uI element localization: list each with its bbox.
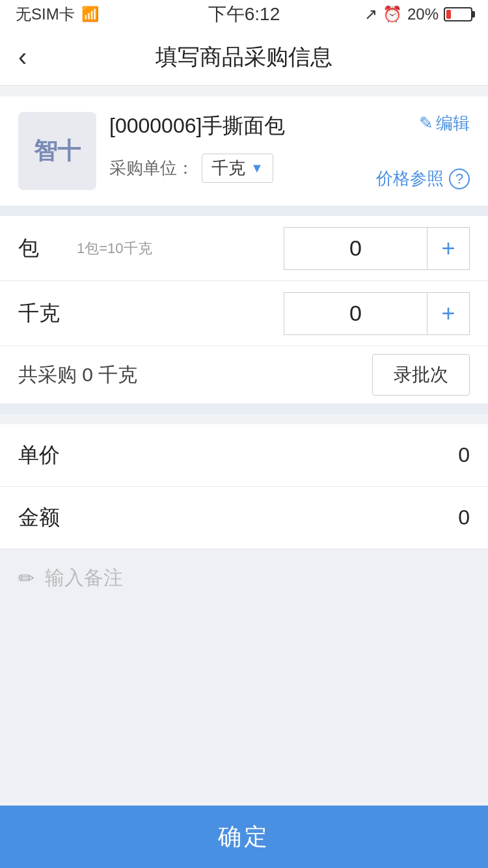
summary-text: 共采购 0 千克: [18, 362, 137, 388]
price-ref-button[interactable]: 价格参照 ?: [376, 167, 470, 190]
bag-label: 包: [18, 234, 70, 263]
back-button[interactable]: ‹: [18, 42, 27, 72]
remark-placeholder: 输入备注: [45, 565, 123, 591]
amount-row: 金额 0: [0, 487, 488, 549]
edit-label: 编辑: [436, 112, 470, 135]
unit-price-label: 单价: [18, 441, 60, 470]
status-left: 无SIM卡 📶: [16, 4, 99, 25]
summary-quantity: 0: [82, 364, 93, 385]
confirm-button[interactable]: 确定: [0, 806, 488, 868]
batch-button[interactable]: 录批次: [372, 354, 470, 396]
battery-percent: 20%: [407, 5, 439, 23]
unit-price-value: 0: [458, 443, 470, 467]
remark-section[interactable]: ✏ 输入备注: [0, 549, 488, 607]
price-info-section: 单价 0 金额 0: [0, 424, 488, 549]
divider-2: [0, 403, 488, 414]
kg-input-right: +: [284, 292, 470, 335]
nav-bar: ‹ 填写商品采购信息: [0, 29, 488, 86]
unit-price-row: 单价 0: [0, 424, 488, 487]
product-logo: 智十: [34, 135, 81, 167]
product-card: 智十 [0000006]手撕面包 采购单位： 千克 ▼ ✎ 编辑 价格参照 ?: [0, 96, 488, 206]
summary-prefix: 共采购: [18, 364, 77, 385]
unit-prefix-label: 采购单位：: [109, 157, 194, 180]
bag-input-row: 包 1包=10千克 +: [0, 216, 488, 281]
carrier-label: 无SIM卡: [16, 4, 75, 25]
bag-quantity-input[interactable]: [284, 227, 427, 270]
bag-plus-button[interactable]: +: [427, 227, 470, 270]
alarm-icon: ⏰: [383, 5, 402, 23]
unit-dropdown-arrow: ▼: [251, 161, 264, 176]
status-right: ↗ ⏰ 20%: [364, 5, 472, 23]
wifi-icon: 📶: [81, 6, 99, 23]
kg-input-row: 千克 +: [0, 281, 488, 346]
unit-selector[interactable]: 千克 ▼: [202, 154, 273, 183]
product-name: [0000006]手撕面包: [109, 112, 470, 141]
amount-value: 0: [458, 506, 470, 530]
bag-sublabel: 1包=10千克: [77, 239, 152, 258]
summary-unit: 千克: [98, 364, 137, 385]
unit-value: 千克: [211, 157, 245, 180]
help-icon: ?: [449, 169, 470, 189]
edit-button[interactable]: ✎ 编辑: [419, 112, 470, 135]
location-icon: ↗: [364, 5, 377, 23]
kg-plus-button[interactable]: +: [427, 292, 470, 335]
edit-icon: ✎: [419, 113, 433, 133]
divider-1: [0, 206, 488, 216]
bottom-area: [0, 607, 488, 802]
pencil-icon: ✏: [18, 567, 34, 590]
amount-label: 金额: [18, 504, 60, 532]
battery-icon: [444, 7, 472, 21]
status-time: 下午6:12: [208, 2, 280, 27]
price-ref-label: 价格参照: [376, 167, 444, 190]
bag-input-right: +: [284, 227, 470, 270]
kg-quantity-input[interactable]: [284, 292, 427, 335]
page-title: 填写商品采购信息: [156, 42, 332, 72]
input-section: 包 1包=10千克 + 千克 +: [0, 216, 488, 346]
status-bar: 无SIM卡 📶 下午6:12 ↗ ⏰ 20%: [0, 0, 488, 29]
kg-label: 千克: [18, 299, 70, 328]
product-image: 智十: [18, 112, 96, 190]
summary-row: 共采购 0 千克 录批次: [0, 346, 488, 403]
